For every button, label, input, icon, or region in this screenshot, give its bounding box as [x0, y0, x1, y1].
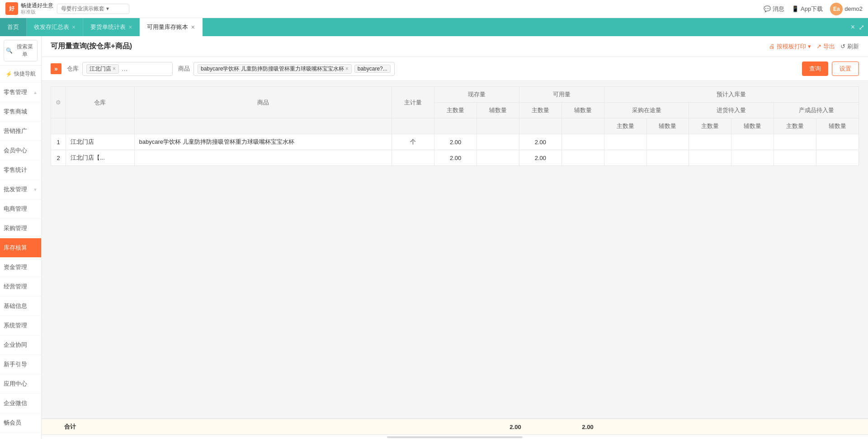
- col-available-aux-header: 辅数量: [561, 103, 604, 118]
- col-available-main-header: 主数量: [519, 103, 561, 118]
- product-tag2-text: babycare?...: [358, 66, 387, 72]
- logo-text: 畅捷通好生意: [21, 2, 53, 9]
- horizontal-scrollbar[interactable]: [387, 436, 523, 438]
- sidebar-item-label: 企业协同: [4, 341, 27, 349]
- col-purchase-main-sub: 主数量: [604, 118, 646, 134]
- org-selector[interactable]: 母婴行业演示账套 ▾: [57, 4, 129, 14]
- col-planned-group-header: 预计入库量: [604, 87, 859, 103]
- nav-label: 快捷导航: [14, 70, 36, 78]
- export-btn[interactable]: ↗ 导出: [816, 42, 835, 51]
- cell-stock-main: 2.00: [434, 150, 477, 166]
- tab-home[interactable]: 首页: [0, 18, 27, 36]
- tab-yaohuo[interactable]: 要货单统计表 ×: [83, 18, 140, 36]
- sidebar-item-ecommerce[interactable]: 电商管理: [0, 199, 41, 219]
- window-controls: × ⤢: [847, 18, 868, 36]
- chevron-down-icon: ▼: [33, 187, 38, 192]
- window-close-icon[interactable]: ×: [851, 23, 855, 31]
- sidebar-item-enterprise[interactable]: 企业协同: [0, 335, 41, 355]
- sidebar-item-label: 电商管理: [4, 205, 27, 213]
- warehouse-input[interactable]: 江北门店 × ...: [82, 62, 173, 76]
- message-btn[interactable]: 💬 消息: [764, 5, 784, 13]
- close-icon-shoufacun[interactable]: ×: [72, 24, 75, 31]
- tab-shoufacun[interactable]: 收发存汇总表 ×: [27, 18, 83, 36]
- sidebar-item-label: 零售统计: [4, 166, 27, 174]
- settings-icon[interactable]: ⚙: [56, 99, 61, 106]
- sidebar-item-finance[interactable]: 资金管理: [0, 258, 41, 277]
- cell-purchase-aux: [646, 134, 689, 150]
- app-label: App下载: [801, 5, 823, 13]
- search-menu-btn[interactable]: 🔍 搜索菜单: [4, 40, 38, 61]
- cell-product: [134, 150, 392, 166]
- sidebar-item-label: 基础信息: [4, 302, 27, 310]
- message-icon: 💬: [764, 5, 771, 12]
- user-area[interactable]: Ea demo2: [830, 3, 863, 15]
- setting-btn[interactable]: 设置: [832, 61, 859, 76]
- filter-bar: » 仓库 江北门店 × ... 商品 babycare学饮杯 儿童防摔防撞吸管杯…: [42, 57, 868, 81]
- sidebar-item-member[interactable]: 会员中心: [0, 141, 41, 160]
- cell-stock-aux: [477, 150, 519, 166]
- product-label: 商品: [178, 65, 190, 73]
- sidebar-item-retail-mgmt[interactable]: 零售管理 ▲: [0, 83, 41, 102]
- tab-shoufacun-label: 收发存汇总表: [34, 23, 69, 31]
- user-name: demo2: [844, 5, 863, 12]
- sidebar-item-wechat[interactable]: 企业微信: [0, 394, 41, 413]
- table-row: 2 江北门店【... 2.00 2.00: [51, 150, 859, 166]
- warehouse-tag-text: 江北门店: [90, 65, 111, 73]
- sidebar-item-marketing[interactable]: 营销推广: [0, 122, 41, 141]
- sidebar-item-operations[interactable]: 经营管理: [0, 277, 41, 297]
- sidebar-search: 🔍 搜索菜单: [0, 36, 41, 66]
- sidebar-nav-btn[interactable]: ⚡ 快捷导航: [0, 66, 41, 83]
- cell-warehouse: 江北门店: [66, 134, 135, 150]
- col-production-aux-sub: 辅数量: [816, 118, 859, 134]
- product-tag1-close[interactable]: ×: [345, 66, 349, 72]
- sidebar-item-system[interactable]: 系统管理: [0, 316, 41, 335]
- cell-incoming-main: [689, 134, 731, 150]
- refresh-btn[interactable]: ↺ 刷新: [840, 42, 859, 51]
- top-bar-right: 💬 消息 📱 App下载 Ea demo2: [764, 3, 863, 15]
- sidebar-item-wholesale[interactable]: 批发管理 ▼: [0, 180, 41, 199]
- refresh-icon: ↺: [840, 43, 845, 50]
- print-btn[interactable]: 🖨 按模板打印 ▾: [769, 42, 811, 51]
- sidebar-item-label: 零售管理: [4, 88, 27, 96]
- sidebar-item-retail-mall[interactable]: 零售商城: [0, 102, 41, 122]
- sidebar-item-label: 应用中心: [4, 380, 27, 388]
- tab-keyongliang[interactable]: 可用量库存账本 ×: [140, 18, 202, 36]
- sidebar-item-basic-info[interactable]: 基础信息: [0, 297, 41, 316]
- query-btn[interactable]: 查询: [802, 61, 828, 76]
- window-maximize-icon[interactable]: ⤢: [859, 23, 864, 32]
- close-icon-keyongliang[interactable]: ×: [191, 24, 194, 31]
- cell-incoming-aux: [731, 150, 774, 166]
- col-warehouse-header: 仓库: [66, 87, 135, 118]
- home-label: 首页: [7, 23, 19, 31]
- filter-toggle-btn[interactable]: »: [51, 63, 61, 74]
- sidebar-item-changhui[interactable]: 畅会员: [0, 413, 41, 433]
- table-footer: 合计 2.00 2.00: [42, 418, 868, 434]
- sidebar-item-inventory[interactable]: 库存核算: [0, 238, 41, 258]
- warehouse-more-icon[interactable]: ...: [122, 65, 127, 73]
- refresh-label: 刷新: [847, 42, 859, 51]
- warehouse-tag-close[interactable]: ×: [113, 66, 116, 72]
- table-row: 1 江北门店 babycare学饮杯 儿童防摔防撞吸管杯重力球吸嘴杯宝宝水杯 个…: [51, 134, 859, 150]
- sidebar-item-retail-stats[interactable]: 零售统计: [0, 160, 41, 180]
- close-icon-yaohuo[interactable]: ×: [128, 24, 132, 31]
- col-stock-aux-header: 辅数量: [477, 103, 519, 118]
- sidebar-item-purchase[interactable]: 采购管理: [0, 219, 41, 238]
- product-tag2: babycare?...: [354, 65, 391, 73]
- col-stock-main-header: 主数量: [434, 103, 477, 118]
- export-label: 导出: [823, 42, 835, 51]
- col-purchase-aux-sub: 辅数量: [646, 118, 689, 134]
- sidebar-item-app-center[interactable]: 应用中心: [0, 374, 41, 394]
- cell-unit: [392, 150, 434, 166]
- sidebar-item-newbie[interactable]: 新手引导: [0, 355, 41, 374]
- sidebar-item-label: 企业微信: [4, 399, 27, 407]
- product-input[interactable]: babycare学饮杯 儿童防摔防撞吸管杯重力球吸嘴杯宝宝水杯 × babyca…: [193, 62, 395, 76]
- cell-stock-main: 2.00: [434, 134, 477, 150]
- col-settings-header[interactable]: ⚙: [51, 87, 66, 118]
- cell-index: 1: [51, 134, 66, 150]
- app-icon: 📱: [792, 5, 799, 12]
- cell-available-main: 2.00: [519, 150, 561, 166]
- sidebar-item-label: 批发管理: [4, 185, 27, 194]
- app-download-btn[interactable]: 📱 App下载: [792, 5, 823, 13]
- col-unit-header: 主计量: [392, 87, 434, 118]
- col-purchase-group-header: 采购在途量: [604, 103, 689, 118]
